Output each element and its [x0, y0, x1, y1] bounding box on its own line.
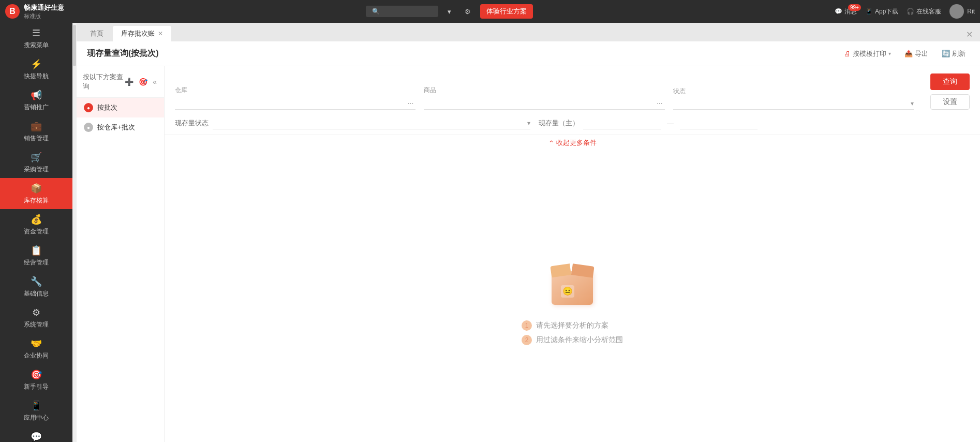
stock-amount-min-input[interactable]: [583, 117, 661, 129]
chevron-down-btn[interactable]: ▾: [443, 6, 455, 18]
sidebar-item-finance[interactable]: 💰 资金管理: [0, 209, 72, 240]
sidebar-item-label: 新手引导: [24, 382, 49, 391]
search-icon: 🔍: [372, 8, 380, 15]
empty-state: 😐 1 请先选择要分析的方案 2 用过滤条件来缩小分析范围: [165, 151, 980, 442]
filter-area: 仓库 ··· 商品 ···: [165, 66, 980, 151]
hint-num-2: 2: [522, 335, 532, 345]
inventory-icon: 📦: [31, 183, 42, 194]
marketing-icon: 📢: [31, 90, 42, 101]
messages-badge: 99+: [848, 4, 861, 11]
product-input-wrap: ···: [424, 97, 664, 110]
print-button[interactable]: 🖨 按模板打印 ▾: [840, 47, 895, 61]
scheme-settings-btn[interactable]: 🎯: [138, 77, 149, 87]
empty-box-flap-left: [550, 263, 571, 277]
export-label: 导出: [915, 49, 928, 58]
content-area: 首页 库存批次账 ✕ ✕ 现存量查询(按批次) 🖨 按模板打印 ▾: [77, 23, 980, 442]
hint-text-1: 请先选择要分析的方案: [536, 321, 608, 330]
filter-settings-button[interactable]: 设置: [930, 94, 970, 110]
add-scheme-btn[interactable]: ➕: [124, 77, 135, 87]
tab-batch-label: 库存批次账: [121, 29, 155, 38]
scheme-item-batch[interactable]: ● 按批次: [77, 98, 164, 117]
sidebar-item-basics[interactable]: 🔧 基础信息: [0, 271, 72, 302]
refresh-icon: 🔄: [942, 50, 950, 57]
stock-amount-max-input[interactable]: [680, 117, 758, 129]
scheme-item-warehouse-batch[interactable]: ● 按仓库+批次: [77, 117, 164, 137]
sidebar-item-purchase[interactable]: 🛒 采购管理: [0, 147, 72, 178]
refresh-button[interactable]: 🔄 刷新: [938, 47, 970, 61]
hint-item-2: 2 用过滤条件来缩小分析范围: [522, 335, 623, 345]
filter-row-1: 仓库 ··· 商品 ···: [165, 66, 980, 117]
filter-warehouse: 仓库 ···: [175, 86, 415, 110]
sidebar-item-marketing[interactable]: 📢 营销推广: [0, 85, 72, 116]
sidebar-item-sales[interactable]: 💼 销售管理: [0, 116, 72, 147]
sidebar-item-enterprise[interactable]: 🤝 企业协同: [0, 333, 72, 364]
print-label: 按模板打印: [853, 49, 886, 58]
messages-action[interactable]: 💬 消息 99+: [835, 7, 857, 16]
tab-batch-account[interactable]: 库存批次账 ✕: [113, 26, 171, 41]
filter-stock-status: 现存量状态 ▾: [175, 117, 530, 129]
sidebar-item-system[interactable]: ⚙ 系统管理: [0, 302, 72, 333]
settings-btn-topbar[interactable]: ⚙: [461, 6, 475, 18]
tab-home[interactable]: 首页: [82, 26, 112, 41]
sidebar-item-inventory[interactable]: 📦 库存核算: [0, 178, 72, 209]
top-search-bar[interactable]: 🔍: [366, 6, 438, 17]
brand-logo: B: [5, 4, 20, 19]
wechat-icon: 💬: [31, 431, 42, 443]
message-icon: 💬: [835, 8, 842, 15]
sidebar-item-label: 资金管理: [24, 227, 49, 236]
sidebar-item-wechat[interactable]: 💬 企业微信: [0, 426, 72, 442]
product-input[interactable]: [424, 99, 655, 107]
sidebar-item-label: 搜索菜单: [24, 41, 49, 50]
enterprise-icon: 🤝: [31, 338, 42, 349]
brand-version: 标准版: [24, 12, 64, 20]
warehouse-input[interactable]: [175, 99, 406, 107]
top-bar-center: 🔍 ▾ ⚙ 体验行业方案: [64, 4, 835, 19]
sidebar-item-search-menu[interactable]: ☰ 搜索菜单: [0, 23, 72, 54]
tab-bar-right: ✕: [964, 27, 975, 41]
query-button[interactable]: 查询: [930, 73, 970, 90]
collapse-panel-btn[interactable]: «: [152, 77, 158, 87]
status-chevron-icon: ▾: [911, 100, 914, 107]
online-service-action[interactable]: 🎧 在线客服: [907, 7, 941, 16]
sidebar-item-label: 库存核算: [24, 196, 49, 205]
stock-status-select[interactable]: ▾: [213, 117, 530, 129]
user-profile[interactable]: Rit: [949, 4, 975, 19]
hint-num-1: 1: [522, 320, 532, 331]
print-chevron-icon: ▾: [888, 51, 891, 56]
brand-name: 畅康通好生意: [24, 3, 64, 12]
sidebar-item-quick-nav[interactable]: ⚡ 快捷导航: [0, 54, 72, 85]
trial-button[interactable]: 体验行业方案: [480, 4, 533, 19]
sidebar-item-label: 营销推广: [24, 103, 49, 112]
sidebar: ☰ 搜索菜单 ⚡ 快捷导航 📢 营销推广 💼 销售管理 🛒 采购管理 📦 库: [0, 23, 72, 442]
hint-text-2: 用过滤条件来缩小分析范围: [536, 335, 623, 345]
sidebar-item-label: 快捷导航: [24, 72, 49, 81]
scheme-label-batch: 按批次: [97, 103, 117, 112]
app-download-action[interactable]: 📱 App下载: [865, 7, 898, 16]
left-panel-title: 按以下方案查询: [83, 72, 124, 91]
status-select-wrap[interactable]: ▾: [673, 98, 914, 110]
filter-row-2: 现存量状态 ▾ 现存量（主） —: [165, 117, 980, 135]
sidebar-item-label: 采购管理: [24, 165, 49, 174]
left-panel-header: 按以下方案查询 ➕ 🎯 «: [77, 66, 164, 98]
product-dots-btn[interactable]: ···: [655, 99, 665, 107]
sidebar-item-newbie[interactable]: 🎯 新手引导: [0, 364, 72, 395]
sidebar-item-label: 基础信息: [24, 289, 49, 298]
sidebar-item-apps[interactable]: 📱 应用中心: [0, 395, 72, 426]
sidebar-scrollbar[interactable]: [72, 23, 77, 442]
status-label: 状态: [673, 87, 914, 96]
sidebar-item-label: 销售管理: [24, 134, 49, 143]
export-icon: 📤: [904, 50, 913, 57]
stock-status-label: 现存量状态: [175, 119, 209, 128]
sidebar-item-operations[interactable]: 📋 经营管理: [0, 240, 72, 271]
export-button[interactable]: 📤 导出: [900, 47, 932, 61]
warehouse-dots-btn[interactable]: ···: [406, 99, 416, 107]
stock-status-chevron-icon: ▾: [527, 120, 530, 127]
collapse-row[interactable]: ⌃ 收起更多条件: [165, 135, 980, 151]
tab-close-icon[interactable]: ✕: [158, 30, 163, 37]
window-close-button[interactable]: ✕: [964, 27, 975, 41]
stock-amount-label: 现存量（主）: [539, 119, 579, 128]
page-header: 现存量查询(按批次) 🖨 按模板打印 ▾ 📤 导出 🔄 刷新: [77, 41, 980, 66]
top-bar: B 畅康通好生意 标准版 🔍 ▾ ⚙ 体验行业方案 💬 消息 99+ 📱: [0, 0, 980, 23]
filter-status: 状态 ▾: [673, 87, 914, 110]
top-bar-left: B 畅康通好生意 标准版: [5, 3, 64, 20]
